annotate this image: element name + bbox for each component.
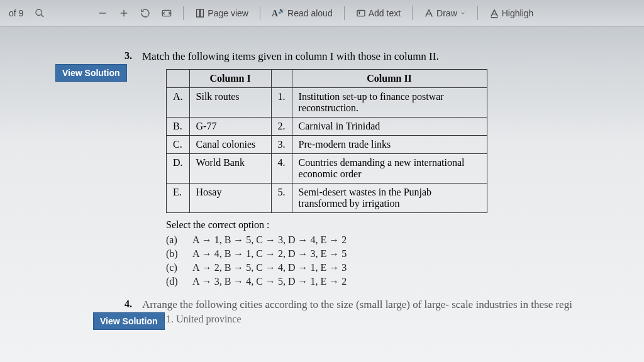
question-text: Arrange the following cities according t…: [142, 299, 606, 311]
document-content: 3. Match the following items given in co…: [0, 26, 644, 324]
question-3-header: 3. Match the following items given in co…: [38, 50, 606, 63]
read-aloud-button[interactable]: A🔊 Read aloud: [268, 6, 336, 20]
separator: [412, 6, 413, 20]
view-solution-button[interactable]: View Solution: [93, 312, 165, 330]
separator: [344, 6, 345, 20]
view-solution-button[interactable]: View Solution: [55, 64, 127, 82]
separator: [477, 6, 478, 20]
select-prompt: Select the correct option :: [166, 219, 606, 231]
read-aloud-label: Read aloud: [287, 8, 333, 18]
separator: [260, 6, 260, 20]
page-view-label: Page view: [208, 8, 248, 18]
view-solution-label: View Solution: [100, 316, 158, 326]
svg-line-1: [41, 14, 43, 17]
chevron-down-icon: [460, 10, 466, 16]
match-table-wrap: Column I Column II A. Silk routes 1. Ins…: [166, 69, 606, 213]
zoom-out-icon[interactable]: [94, 4, 111, 22]
fit-width-icon[interactable]: [158, 4, 175, 22]
svg-rect-8: [357, 10, 365, 16]
svg-rect-7: [201, 9, 204, 17]
zoom-in-icon[interactable]: [115, 4, 133, 22]
option-d: (d) A → 3, B → 4, C → 5, D → 1, E → 2: [166, 276, 606, 287]
option-c: (c) A → 2, B → 5, C → 4, D → 1, E → 3: [166, 262, 606, 273]
draw-label: Draw: [436, 8, 457, 18]
table-row: D. World Bank 4. Countries demanding a n…: [167, 154, 487, 184]
search-icon[interactable]: [31, 4, 48, 22]
highlight-button[interactable]: Highligh: [486, 7, 538, 19]
question-number: 3.: [107, 50, 132, 62]
svg-rect-6: [197, 9, 200, 17]
add-text-label: Add text: [369, 8, 401, 18]
table-row: C. Canal colonies 3. Pre-modern trade li…: [167, 136, 487, 154]
page-view-button[interactable]: Page view: [191, 7, 252, 19]
view-solution-label: View Solution: [62, 68, 120, 78]
option-a: (a) A → 1, B → 5, C → 3, D → 4, E → 2: [166, 234, 606, 246]
options-list: (a) A → 1, B → 5, C → 3, D → 4, E → 2 (b…: [166, 234, 606, 287]
question-4-header: 4. Arrange the following cities accordin…: [38, 299, 606, 311]
add-text-button[interactable]: Add text: [352, 7, 404, 19]
svg-point-0: [36, 9, 42, 15]
table-row: E. Hosay 5. Semi-desert wastes in the Pu…: [167, 184, 487, 213]
table-row: B. G-77 2. Carnival in Trinidad: [167, 118, 487, 136]
pdf-toolbar: of 9 Page view A🔊 Read aloud Add text Dr…: [0, 0, 644, 26]
question-number: 4.: [107, 299, 132, 311]
rotate-icon[interactable]: [136, 4, 154, 22]
col2-header: Column II: [292, 70, 487, 88]
highlight-label: Highligh: [502, 8, 534, 18]
table-row: A. Silk routes 1. Institution set-up to …: [167, 88, 487, 118]
q4-partial: 1. United province: [166, 311, 606, 325]
col1-header: Column I: [189, 70, 271, 88]
draw-button[interactable]: Draw: [420, 7, 470, 19]
separator: [183, 6, 184, 20]
page-counter: of 9: [5, 8, 27, 18]
option-b: (b) A → 4, B → 1, C → 2, D → 3, E → 5: [166, 248, 606, 260]
match-table: Column I Column II A. Silk routes 1. Ins…: [166, 69, 487, 213]
question-text: Match the following items given in colum…: [142, 50, 606, 63]
table-header-row: Column I Column II: [167, 70, 487, 88]
